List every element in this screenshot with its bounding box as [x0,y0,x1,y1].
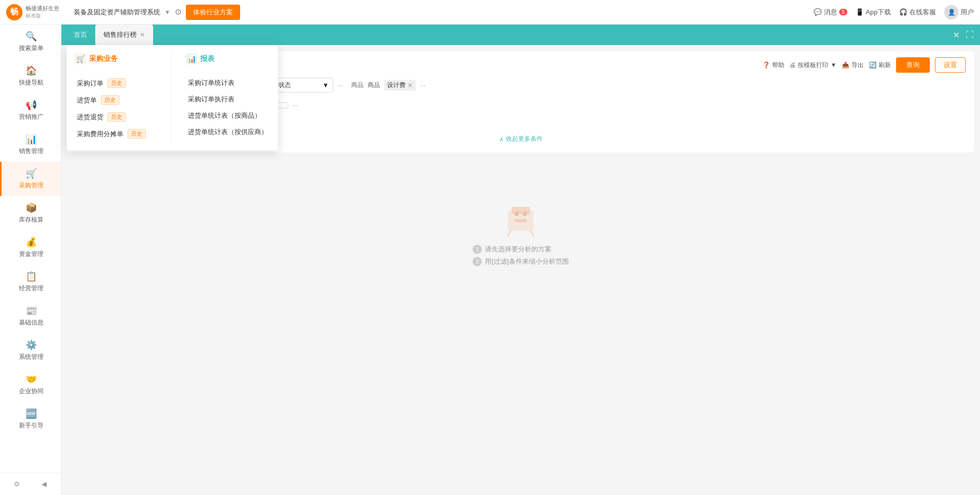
dropdown-item-incoming-goods[interactable]: 进货单统计表（按商品） [186,107,270,124]
purchase-dropdown-menu: 🛒 采购业务 采购订单 历史 进货单 历史 进货退货 历史 采购费用分摊单 历史… [67,45,278,150]
dropdown-item-purchase-exec[interactable]: 采购订单执行表 [186,91,270,107]
system-dropdown-arrow[interactable]: ▼ [164,9,171,16]
sidebar-item-finance[interactable]: 💰 资金管理 [0,230,61,265]
goods-more[interactable]: ··· [420,81,425,89]
sidebar-settings-btn[interactable]: ⚙ [4,477,30,491]
report-section-label: 报表 [200,54,215,63]
help-btn[interactable]: ❓ 帮助 [762,61,784,70]
tab-maximize-icon[interactable]: ⛶ [964,28,976,42]
return-label: 进货退货 [77,113,103,122]
tab-close-window-icon[interactable]: ✕ [951,28,962,42]
search-icon: 🔍 [26,31,37,42]
report-column: 📊 报表 采购订单统计表 采购订单执行表 进货单统计表（按商品） 进货单统计表（… [186,53,270,142]
sidebar-item-system[interactable]: ⚙️ 系统管理 [0,333,61,368]
sidebar-label-finance: 资金管理 [19,250,44,259]
basic-icon: 📰 [26,305,37,316]
gear-icon[interactable]: ⚙ [175,7,182,17]
tab-sales-rank-label: 销售排行榜 [103,30,137,39]
sidebar-collapse-btn[interactable]: ◀ [32,477,57,491]
column-divider [171,53,172,142]
voucher-status-more[interactable]: ··· [337,81,343,89]
sidebar-item-sales[interactable]: 📊 销售管理 [0,127,61,162]
industry-button[interactable]: 体验行业方案 [186,5,240,20]
sidebar-item-quick[interactable]: 🏠 快捷导航 [0,59,61,93]
purchase-stat-label: 采购订单统计表 [188,78,235,88]
goods-tag-close[interactable]: ✕ [408,82,413,89]
sidebar-item-collab[interactable]: 🤝 企业协同 [0,368,61,402]
tab-home-label: 首页 [74,30,87,39]
dropdown-item-purchase-stat[interactable]: 采购订单统计表 [186,75,270,91]
setting-button[interactable]: 设置 [935,57,966,73]
export-label: 导出 [851,61,864,70]
print-btn[interactable]: 🖨 按模板打印 ▼ [790,61,837,70]
dropdown-item-incoming-supplier[interactable]: 进货单统计表（按供应商） [186,124,270,140]
sidebar-item-purchase[interactable]: 🛒 采购管理 [0,162,61,196]
online-service-label: 在线客服 [909,8,936,17]
hint-text-2: 用[过滤]条件来缩小分析范围 [485,257,568,266]
voucher-status-arrow: ▼ [323,81,329,89]
sales-icon: 📊 [26,134,37,145]
sidebar-item-operation[interactable]: 📋 经营管理 [0,265,61,299]
guide-icon: 🆕 [26,408,37,419]
headset-icon: 🎧 [899,8,907,16]
refresh-btn[interactable]: 🔄 刷新 [869,61,891,70]
help-label: 帮助 [772,61,784,70]
help-icon: ❓ [762,61,770,69]
sidebar-item-guide[interactable]: 🆕 新手引导 [0,402,61,436]
sidebar-item-marketing[interactable]: 📢 营销推广 [0,93,61,127]
salesperson-more[interactable]: ··· [292,101,298,109]
sidebar-label-inventory: 库存核算 [19,216,44,224]
svg-point-2 [515,212,519,216]
header-system: 装备及固定资产辅助管理系统 ▼ ⚙ 体验行业方案 [68,5,814,20]
purchase-icon: 🛒 [26,168,37,179]
goods-label-text: 商品 [368,81,380,90]
sidebar-label-operation: 经营管理 [19,284,44,293]
top-header: 畅 畅捷通好生意 标准版 装备及固定资产辅助管理系统 ▼ ⚙ 体验行业方案 💬 … [0,0,980,25]
logo-char: 畅 [10,7,18,17]
purchase-exec-label: 采购订单执行表 [188,95,235,104]
print-label: 按模板打印 [798,61,828,70]
tab-home[interactable]: 首页 [66,25,95,45]
marketing-icon: 📢 [26,99,37,111]
sidebar-item-basic[interactable]: 📰 基础信息 [0,299,61,333]
sidebar-label-purchase: 采购管理 [19,181,44,190]
sidebar-label-quick: 快捷导航 [19,78,44,87]
tab-sales-rank[interactable]: 销售排行榜 ✕ [95,25,153,45]
home-icon: 🏠 [26,65,37,76]
sidebar-item-search[interactable]: 🔍 搜索菜单 [0,25,61,59]
app-download-action[interactable]: 📱 App下载 [856,8,891,17]
collapse-label: 收起更多条件 [506,135,543,143]
operation-icon: 📋 [26,271,37,282]
sidebar-label-search: 搜索菜单 [19,44,44,53]
export-btn[interactable]: 📤 导出 [842,61,864,70]
goods-tag-value: 设计费 [387,81,406,90]
purchase-section-label: 采购业务 [89,54,118,63]
svg-point-3 [523,212,527,216]
sidebar-label-marketing: 营销推广 [19,113,44,121]
refresh-label: 刷新 [879,61,891,70]
report-section-icon: 📊 [186,53,197,64]
online-service-action[interactable]: 🎧 在线客服 [899,8,936,17]
export-icon: 📤 [842,61,849,69]
dropdown-item-purchase-order[interactable]: 采购订单 历史 [75,75,157,92]
tab-close-icon[interactable]: ✕ [140,31,145,38]
sidebar: 🔍 搜索菜单 🏠 快捷导航 📢 营销推广 📊 销售管理 🛒 采购管理 📦 库存核… [0,25,61,495]
collapse-up-icon: ∧ [499,136,504,143]
dropdown-item-incoming[interactable]: 进货单 历史 [75,92,157,109]
collab-icon: 🤝 [26,374,37,385]
incoming-label: 进货单 [77,96,97,105]
message-action[interactable]: 💬 消息 5 [814,8,847,17]
filter-goods: 商品 商品 设计费 ✕ ··· [351,80,443,91]
cost-label: 采购费用分摊单 [77,130,123,139]
empty-illustration [500,198,541,239]
dropdown-item-cost[interactable]: 采购费用分摊单 历史 [75,125,157,142]
empty-hints: 1 请先选择要分析的方案 2 用[过滤]条件来缩小分析范围 [473,245,568,266]
dropdown-item-return[interactable]: 进货退货 历史 [75,109,157,125]
sidebar-item-inventory[interactable]: 📦 库存核算 [0,196,61,230]
logo-icon: 畅 [6,4,23,20]
cost-history-tag: 历史 [127,129,146,139]
sidebar-label-basic: 基础信息 [19,318,44,327]
user-action[interactable]: 👤 用户 [944,5,974,19]
empty-hint-1: 1 请先选择要分析的方案 [473,245,568,254]
query-button[interactable]: 查询 [896,57,930,73]
